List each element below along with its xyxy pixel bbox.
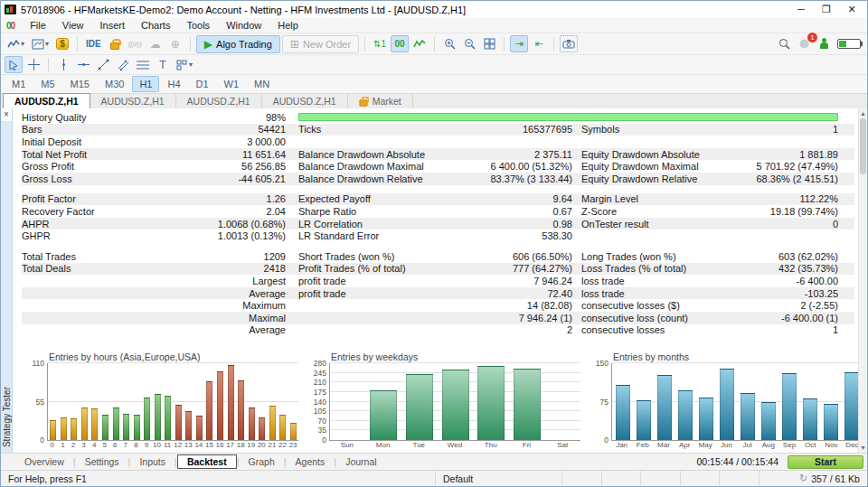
bars-toggle-icon[interactable]: 00	[391, 35, 409, 52]
menu-item-tools[interactable]: Tools	[178, 19, 218, 32]
stats-row: Profit Factor1.26Expected Payoff9.64Marg…	[22, 193, 854, 206]
tester-tab-graph[interactable]: Graph	[240, 454, 284, 469]
bar-Mar	[657, 375, 672, 440]
horizontal-line-icon[interactable]	[74, 56, 92, 73]
scroll-down-icon[interactable]: ▼	[860, 443, 866, 453]
new-chart-icon[interactable]: ▾	[29, 35, 52, 52]
step-forward-icon[interactable]: ⇥	[510, 35, 528, 52]
stat-cell: loss trade-6 400.00	[581, 276, 838, 286]
new-order-button[interactable]: ⊞ New Order	[282, 35, 359, 53]
menu-bar: 00 FileViewInsertChartsToolsWindowHelp	[1, 18, 867, 33]
panel-close-icon[interactable]: ×	[1, 108, 12, 121]
ide-button[interactable]: IDE	[83, 35, 104, 52]
web-request-icon[interactable]: ⊕	[166, 35, 184, 52]
timeframe-m15[interactable]: M15	[63, 76, 97, 92]
community-icon[interactable]	[815, 35, 833, 52]
chart-tab-3[interactable]: AUDUSD.Z,H1	[262, 94, 348, 108]
close-button[interactable]: ✕	[845, 4, 858, 15]
channel-icon[interactable]	[114, 56, 132, 73]
line-mode-icon[interactable]	[410, 35, 429, 52]
step-back-icon[interactable]: ⇤	[530, 35, 548, 52]
start-button[interactable]: Start	[788, 455, 863, 469]
chart-tab-2[interactable]: AUDUSD.Z,H1	[176, 94, 262, 108]
stat-cell: Largest	[22, 276, 286, 286]
tester-tab-agents[interactable]: Agents	[287, 454, 335, 469]
timeframe-m30[interactable]: M30	[98, 76, 131, 92]
timeframe-d1[interactable]: D1	[189, 76, 216, 92]
zoom-out-icon[interactable]	[460, 35, 478, 52]
chart-type-icon[interactable]: ▾	[5, 35, 27, 52]
y-tick-label: 75	[600, 398, 609, 407]
cursor-icon[interactable]	[5, 56, 23, 73]
algo-trading-button[interactable]: ▶ Algo Trading	[196, 35, 280, 53]
bar-1	[61, 417, 67, 441]
market-watch-icon[interactable]: $	[53, 35, 71, 52]
scroll-up-icon[interactable]: ▲	[860, 108, 866, 118]
zoom-in-icon[interactable]	[440, 35, 458, 52]
trendline-icon[interactable]	[94, 56, 112, 73]
timeframe-h1[interactable]: H1	[132, 76, 159, 92]
bar-Dec	[844, 372, 858, 440]
stats-row: Gross Loss-44 605.21Balance Drawdown Rel…	[22, 173, 854, 185]
search-icon[interactable]	[775, 35, 793, 52]
tester-tab-settings[interactable]: Settings	[76, 454, 128, 469]
timeframe-w1[interactable]: W1	[217, 76, 247, 92]
stats-row: Maximal7 946.24 (1)consecutive loss (cou…	[22, 312, 854, 324]
tester-tab-journal[interactable]: Journal	[336, 454, 385, 469]
stats-row: Recovery Factor2.04Sharpe Ratio0.67Z-Sco…	[22, 205, 854, 218]
stats-row: History Quality98%	[22, 111, 854, 124]
shapes-icon[interactable]: ▾	[174, 56, 195, 73]
y-tick-label: 280	[314, 359, 326, 368]
drawing-toolbar: T ▾	[1, 54, 867, 74]
y-tick-label: 210	[314, 378, 326, 387]
chart-tab-1[interactable]: AUDUSD.Z,H1	[90, 94, 176, 108]
bar-8	[134, 415, 140, 440]
bar-Nov	[824, 404, 838, 440]
bar-Apr	[678, 390, 693, 440]
chart-tab-0[interactable]: AUDUSD.Z,H1	[3, 93, 90, 108]
y-tick-label: 150	[596, 359, 609, 368]
vertical-line-icon[interactable]	[54, 56, 72, 73]
tester-tab-overview[interactable]: Overview	[15, 454, 73, 469]
y-tick-label: 110	[32, 359, 44, 368]
notifications-icon[interactable]: 1	[795, 35, 813, 52]
stat-cell: Total Trades1209	[22, 251, 286, 262]
bar-15	[206, 381, 212, 440]
stat-cell: Balance Drawdown Relative83.37% (3 133.4…	[298, 173, 572, 184]
fibonacci-icon[interactable]	[134, 56, 152, 73]
status-profile[interactable]: Default	[435, 471, 561, 486]
status-traffic: ↻ 357 / 61 Kb	[759, 471, 867, 486]
minimize-button[interactable]: ─	[795, 4, 807, 15]
cloud-icon[interactable]: ☁	[146, 35, 165, 52]
timeframe-m5[interactable]: M5	[33, 76, 61, 92]
tile-windows-icon[interactable]	[480, 35, 498, 52]
status-bar: For Help, press F1 Default ↻ 357 / 61 Kb	[1, 470, 867, 486]
menu-item-window[interactable]: Window	[218, 19, 269, 32]
menu-item-help[interactable]: Help	[269, 19, 307, 32]
tester-tab-backtest[interactable]: Backtest	[177, 454, 237, 469]
timeframe-mn[interactable]: MN	[247, 76, 277, 92]
timeframe-h4[interactable]: H4	[160, 76, 187, 92]
tab-market[interactable]: Market	[348, 94, 413, 108]
scrollbar-thumb[interactable]	[860, 118, 866, 174]
menu-item-file[interactable]: File	[22, 19, 54, 32]
menu-item-insert[interactable]: Insert	[92, 19, 134, 32]
sort-ticks-icon[interactable]: ⇅1	[371, 35, 389, 52]
bar-11	[165, 396, 171, 440]
vertical-scrollbar[interactable]: ▲ ▼	[858, 108, 867, 453]
tester-tab-inputs[interactable]: Inputs	[130, 454, 175, 469]
bar-9	[144, 398, 150, 440]
restore-button[interactable]: ❐	[820, 4, 833, 15]
signals-icon[interactable]: ((o))	[126, 35, 145, 52]
lock-icon[interactable]	[106, 35, 124, 52]
stats-table: History Quality98%Bars54421Ticks16537769…	[22, 111, 854, 336]
crosshair-icon[interactable]	[24, 56, 42, 73]
stat-cell: Margin Level112.22%	[581, 193, 838, 204]
menu-item-view[interactable]: View	[54, 19, 92, 32]
timeframe-m1[interactable]: M1	[5, 76, 33, 92]
bar-Feb	[637, 400, 651, 440]
text-tool-icon[interactable]: T	[154, 56, 172, 73]
menu-item-charts[interactable]: Charts	[133, 19, 178, 32]
screenshot-icon[interactable]	[560, 35, 578, 52]
connection-spinner-icon: ↻	[799, 473, 807, 484]
